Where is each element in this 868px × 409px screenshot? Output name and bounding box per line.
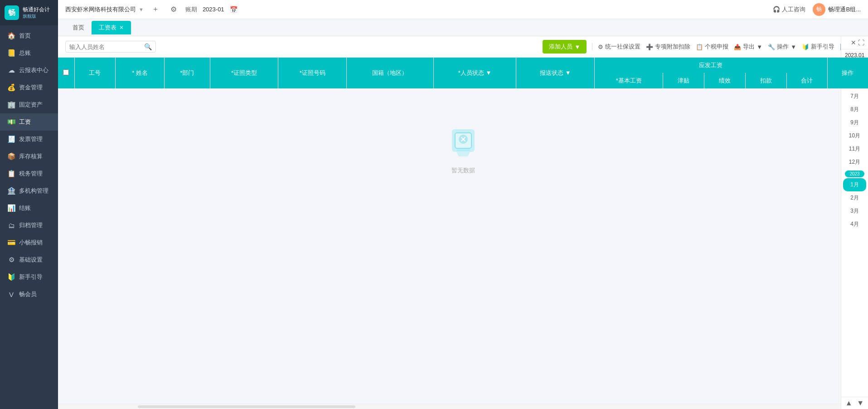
sidebar-item-archive[interactable]: 🗂 归档管理	[0, 217, 58, 234]
export-label: 导出	[743, 43, 755, 51]
th-check[interactable]	[58, 58, 74, 88]
user-name: 畅理通B组...	[828, 5, 861, 14]
social-settings-action[interactable]: ⚙ 统一社保设置	[598, 43, 640, 51]
empty-icon	[445, 125, 481, 161]
salary-icon: 💵	[7, 118, 15, 126]
add-company-button[interactable]: ＋	[149, 3, 162, 16]
add-person-button[interactable]: 添加人员 ▼	[543, 40, 587, 54]
th-status[interactable]: *人员状态 ▼	[433, 58, 516, 88]
empty-text: 暂无数据	[451, 166, 475, 175]
assets-icon: 🏢	[7, 101, 15, 109]
sidebar-item-cloud-report[interactable]: ☁ 云报表中心	[0, 62, 58, 79]
search-input[interactable]	[69, 44, 141, 50]
sidebar-item-multi-org[interactable]: 🏦 多机构管理	[0, 182, 58, 200]
logo-sub: 旗舰版	[23, 13, 50, 19]
guide-action[interactable]: 🔰 新手引导	[802, 43, 834, 51]
avatar: 畅	[813, 3, 825, 16]
tab-home[interactable]: 首页	[65, 21, 92, 34]
add-person-dropdown-icon: ▼	[574, 44, 580, 50]
search-wrap: 🔍	[65, 41, 156, 53]
page-main: 🔍 添加人员 ▼ ⚙ 统一社保设置 ➕ 专项附加扣除	[58, 36, 868, 409]
cal-month-feb[interactable]: 2月	[841, 191, 868, 204]
calendar-close-button[interactable]: ✕	[851, 39, 856, 46]
calendar-months: 5月 6月 7月 8月 9月 10月 11月 12月 2023 1月 2月 3月…	[841, 62, 868, 397]
th-performance: 绩效	[704, 73, 746, 88]
add-person-label: 添加人员	[549, 43, 572, 51]
tab-home-label: 首页	[73, 24, 84, 32]
sidebar-item-guide[interactable]: 🔰 新手引导	[0, 268, 58, 286]
logo-text: 畅通好会计 旗舰版	[23, 6, 50, 19]
deduction-label: 专项附加扣除	[655, 43, 690, 51]
sidebar-nav: 🏠 首页 📒 总账 ☁ 云报表中心 💰 资金管理 🏢 固定资产 💵 工资 🧾 发…	[0, 25, 58, 409]
settings-company-button[interactable]: ⚙	[167, 3, 180, 16]
calendar-expand-button[interactable]: ⛶	[858, 39, 864, 46]
operation-icon: 🔧	[768, 44, 775, 50]
company-dropdown-icon: ▼	[139, 7, 144, 12]
th-subsidy: 津贴	[663, 73, 704, 88]
sidebar-item-member[interactable]: V 畅会员	[0, 286, 58, 303]
calendar-icon[interactable]: 📅	[230, 6, 238, 13]
sidebar-item-tax[interactable]: 📋 税务管理	[0, 165, 58, 182]
social-settings-label: 统一社保设置	[605, 43, 640, 51]
operation-label: 操作	[777, 43, 789, 51]
company-name: 西安虾米网络科技有限公司	[65, 5, 136, 14]
sidebar-item-home[interactable]: 🏠 首页	[0, 27, 58, 44]
logo-icon: 畅	[5, 5, 19, 20]
tabbar: 首页 工资表 ✕	[58, 19, 868, 36]
cal-month-nov[interactable]: 11月	[841, 142, 868, 156]
guide-action-icon: 🔰	[802, 44, 809, 50]
sidebar-item-label: 税务管理	[19, 170, 43, 178]
calendar-nav: ▲ ▼	[841, 397, 868, 409]
sidebar-item-label: 首页	[19, 32, 31, 40]
th-total: 合计	[786, 73, 827, 88]
th-base-salary: *基本工资	[595, 73, 663, 88]
guide-action-label: 新手引导	[811, 43, 834, 51]
select-all-checkbox[interactable]	[63, 69, 69, 75]
export-action[interactable]: 📤 导出 ▼	[734, 43, 762, 51]
cal-month-dec[interactable]: 12月	[841, 156, 868, 169]
operation-action[interactable]: 🔧 操作 ▼	[768, 43, 796, 51]
period-label: 账期	[185, 5, 197, 14]
user-info[interactable]: 畅 畅理通B组...	[813, 3, 861, 16]
tax-report-action[interactable]: 📋 个税申报	[696, 43, 728, 51]
sidebar-item-invoice[interactable]: 🧾 发票管理	[0, 131, 58, 148]
th-deduct: 扣款	[745, 73, 786, 88]
social-settings-icon: ⚙	[598, 44, 603, 50]
toolbar: 🔍 添加人员 ▼ ⚙ 统一社保设置 ➕ 专项附加扣除	[58, 36, 868, 58]
sidebar-item-ledger[interactable]: 📒 总账	[0, 44, 58, 62]
year-badge[interactable]: 2023	[845, 170, 864, 177]
sidebar-item-label: 结账	[19, 204, 31, 212]
svg-marker-6	[456, 152, 470, 156]
home-icon: 🏠	[7, 32, 15, 40]
sidebar-item-expense[interactable]: 💳 小畅报销	[0, 234, 58, 251]
sidebar-item-salary[interactable]: 💵 工资	[0, 113, 58, 131]
sidebar-item-label: 库存核算	[19, 152, 43, 161]
cal-month-jul[interactable]: 7月	[841, 90, 868, 103]
cal-month-jan-active[interactable]: 1月	[843, 178, 866, 191]
settings-icon: ⚙	[7, 256, 15, 264]
cal-month-oct[interactable]: 10月	[841, 129, 868, 142]
sidebar-item-inventory[interactable]: 📦 库存核算	[0, 148, 58, 165]
sidebar-item-settings[interactable]: ⚙ 基础设置	[0, 251, 58, 268]
cal-month-mar[interactable]: 3月	[841, 204, 868, 218]
calendar-down-button[interactable]: ▼	[857, 399, 864, 407]
th-report-status[interactable]: 报送状态 ▼	[516, 58, 595, 88]
scrollbar-track[interactable]	[138, 405, 355, 408]
sidebar-item-fixed-assets[interactable]: 🏢 固定资产	[0, 96, 58, 113]
operation-dropdown-icon: ▼	[790, 44, 796, 50]
sidebar-item-close[interactable]: 📊 结账	[0, 200, 58, 217]
service-button[interactable]: 🎧 人工咨询	[773, 5, 805, 14]
cal-month-aug[interactable]: 8月	[841, 103, 868, 116]
divider-1	[592, 43, 592, 50]
tab-close-icon[interactable]: ✕	[119, 24, 124, 31]
page-body: 🔍 添加人员 ▼ ⚙ 统一社保设置 ➕ 专项附加扣除	[58, 36, 868, 409]
cal-month-apr[interactable]: 4月	[841, 218, 868, 231]
tax-report-label: 个税申报	[705, 43, 728, 51]
topbar: 西安虾米网络科技有限公司 ▼ ＋ ⚙ 账期 2023-01 📅 🎧 人工咨询 畅…	[58, 0, 868, 19]
tab-salary-table[interactable]: 工资表 ✕	[92, 21, 131, 34]
deduction-action[interactable]: ➕ 专项附加扣除	[646, 43, 690, 51]
calendar-up-button[interactable]: ▲	[845, 399, 853, 407]
company-selector[interactable]: 西安虾米网络科技有限公司 ▼	[65, 5, 144, 14]
sidebar-item-fund[interactable]: 💰 资金管理	[0, 79, 58, 96]
cal-month-sep[interactable]: 9月	[841, 116, 868, 129]
